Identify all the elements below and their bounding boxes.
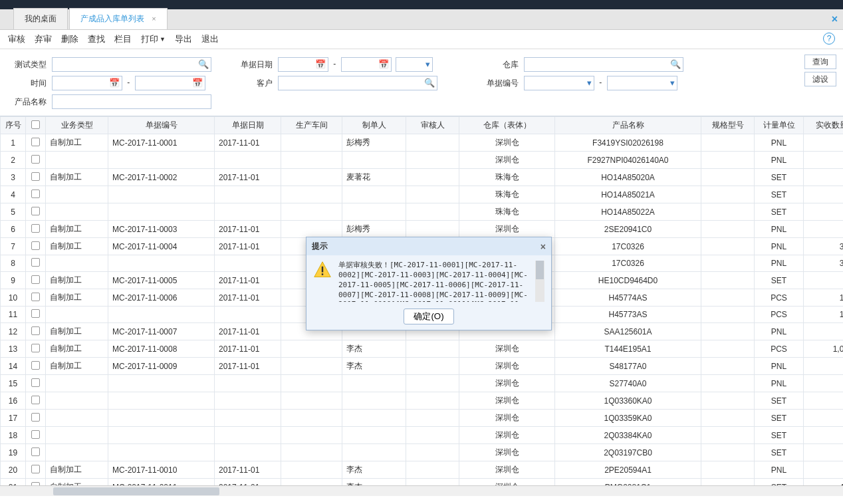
table-row[interactable]: 13自制加工MC-2017-11-00082017-11-01李杰深圳仓T144… [1, 340, 844, 358]
help-icon[interactable]: ? [823, 33, 835, 45]
col-spec[interactable]: 规格型号 [701, 117, 755, 134]
horizontal-scrollbar[interactable] [0, 485, 843, 496]
table-row[interactable]: 6自制加工MC-2017-11-00032017-11-01彭梅秀深圳仓2SE2… [1, 221, 844, 238]
menu-columns[interactable]: 栏目 [114, 33, 132, 45]
cell-chk[interactable] [26, 134, 46, 152]
col-workshop[interactable]: 生产车间 [281, 117, 342, 134]
cell-chk[interactable] [26, 169, 46, 186]
cell-chk[interactable] [26, 358, 46, 375]
menu-exit[interactable]: 退出 [201, 33, 219, 45]
table-row[interactable]: 5珠海仓HO14A85022ASET72. [1, 203, 844, 221]
calendar-icon[interactable]: 📅 [378, 59, 389, 69]
cell-chk[interactable] [26, 479, 46, 486]
checkbox-icon[interactable] [31, 258, 40, 267]
checkbox-icon[interactable] [31, 138, 40, 146]
table-row[interactable]: 3自制加工MC-2017-11-00022017-11-01麦著花珠海仓HO14… [1, 169, 844, 186]
col-billdate[interactable]: 单据日期 [215, 117, 281, 134]
input-warehouse[interactable]: 🔍 [524, 57, 683, 72]
table-row[interactable]: 4珠海仓HO14A85021ASET71. [1, 186, 844, 203]
cell-chk[interactable] [26, 238, 46, 255]
input-date-extra[interactable]: ▾ [396, 57, 433, 72]
checkbox-icon[interactable] [31, 361, 40, 370]
filter-button[interactable]: 滤设 [804, 72, 836, 86]
calendar-icon[interactable]: 📅 [192, 78, 203, 88]
dialog-header[interactable]: 提示 × [306, 237, 551, 255]
input-date-from[interactable]: 📅 [278, 57, 328, 72]
table-row[interactable]: 1自制加工MC-2017-11-00012017-11-01彭梅秀深圳仓F341… [1, 134, 844, 152]
lookup-icon[interactable]: 🔍 [424, 78, 435, 88]
checkbox-icon[interactable] [31, 326, 40, 335]
checkbox-icon[interactable] [31, 413, 40, 422]
checkbox-icon[interactable] [31, 241, 40, 250]
table-row[interactable]: 19深圳仓2Q03197CB0SET8. [1, 444, 844, 461]
menu-delete[interactable]: 删除 [61, 33, 78, 45]
cell-chk[interactable] [26, 186, 46, 203]
tab-close-icon[interactable]: × [152, 15, 156, 23]
menu-export[interactable]: 导出 [175, 33, 192, 45]
table-row[interactable]: 21自制加工MC-2017-11-00112017-11-01李杰深圳仓PMG2… [1, 479, 844, 486]
checkbox-icon[interactable] [31, 120, 40, 129]
calendar-icon[interactable]: 📅 [315, 59, 326, 69]
cell-chk[interactable] [26, 392, 46, 410]
cell-chk[interactable] [26, 410, 46, 427]
cell-chk[interactable] [26, 307, 46, 323]
menu-abandon[interactable]: 弃审 [35, 33, 52, 45]
menu-search[interactable]: 查找 [88, 33, 105, 45]
col-warehouse[interactable]: 仓库（表体） [459, 117, 555, 134]
checkbox-icon[interactable] [31, 465, 40, 473]
cell-chk[interactable] [26, 461, 46, 479]
cell-chk[interactable] [26, 340, 46, 358]
input-time-from[interactable]: 📅 [52, 76, 122, 90]
cell-chk[interactable] [26, 255, 46, 272]
lookup-icon[interactable]: 🔍 [670, 59, 681, 69]
checkbox-icon[interactable] [31, 207, 40, 215]
checkbox-icon[interactable] [31, 396, 40, 404]
checkbox-icon[interactable] [31, 293, 40, 301]
cell-chk[interactable] [26, 375, 46, 392]
tab-current[interactable]: 产成品入库单列表 × [69, 8, 168, 29]
col-chk[interactable] [26, 117, 46, 134]
col-product[interactable]: 产品名称 [555, 117, 701, 134]
col-auditor[interactable]: 审核人 [406, 117, 459, 134]
menu-audit[interactable]: 审核 [8, 33, 25, 45]
lookup-icon[interactable]: 🔍 [198, 59, 209, 69]
table-row[interactable]: 15深圳仓S27740A0PNL6. [1, 375, 844, 392]
cell-chk[interactable] [26, 444, 46, 461]
cell-chk[interactable] [26, 221, 46, 238]
input-customer[interactable]: 🔍 [278, 76, 437, 90]
checkbox-icon[interactable] [31, 430, 40, 439]
col-billno[interactable]: 单据编号 [108, 117, 215, 134]
dialog-ok-button[interactable]: 确定(O) [404, 309, 453, 324]
col-biztype[interactable]: 业务类型 [46, 117, 108, 134]
checkbox-icon[interactable] [31, 172, 40, 181]
table-row[interactable]: 20自制加工MC-2017-11-00102017-11-01李杰深圳仓2PE2… [1, 461, 844, 479]
input-date-to[interactable]: 📅 [341, 57, 392, 72]
close-all-icon[interactable]: × [832, 13, 838, 25]
checkbox-icon[interactable] [31, 189, 40, 198]
checkbox-icon[interactable] [31, 309, 40, 318]
col-maker[interactable]: 制单人 [342, 117, 406, 134]
scrollbar-thumb[interactable] [536, 261, 544, 279]
calendar-icon[interactable]: 📅 [109, 78, 120, 88]
input-billno-to[interactable]: ▾ [607, 76, 677, 90]
tab-desktop[interactable]: 我的桌面 [13, 8, 68, 29]
cell-chk[interactable] [26, 152, 46, 169]
checkbox-icon[interactable] [31, 344, 40, 352]
dialog-scrollbar[interactable] [535, 261, 544, 302]
chevron-down-icon[interactable]: ▾ [587, 78, 592, 88]
cell-chk[interactable] [26, 203, 46, 221]
table-row[interactable]: 14自制加工MC-2017-11-00092017-11-01李杰深圳仓S481… [1, 358, 844, 375]
cell-chk[interactable] [26, 427, 46, 444]
col-unit[interactable]: 计量单位 [755, 117, 804, 134]
chevron-down-icon[interactable]: ▾ [670, 78, 675, 88]
input-billno-from[interactable]: ▾ [524, 76, 594, 90]
table-row[interactable]: 18深圳仓2Q03384KA0SET6. [1, 427, 844, 444]
cell-chk[interactable] [26, 323, 46, 340]
chevron-down-icon[interactable]: ▾ [425, 59, 430, 69]
checkbox-icon[interactable] [31, 447, 40, 456]
table-row[interactable]: 17深圳仓1Q03359KA0SET36. [1, 410, 844, 427]
input-productname[interactable] [52, 94, 211, 109]
checkbox-icon[interactable] [31, 155, 40, 164]
col-seq[interactable]: 序号 [1, 117, 26, 134]
checkbox-icon[interactable] [31, 378, 40, 387]
